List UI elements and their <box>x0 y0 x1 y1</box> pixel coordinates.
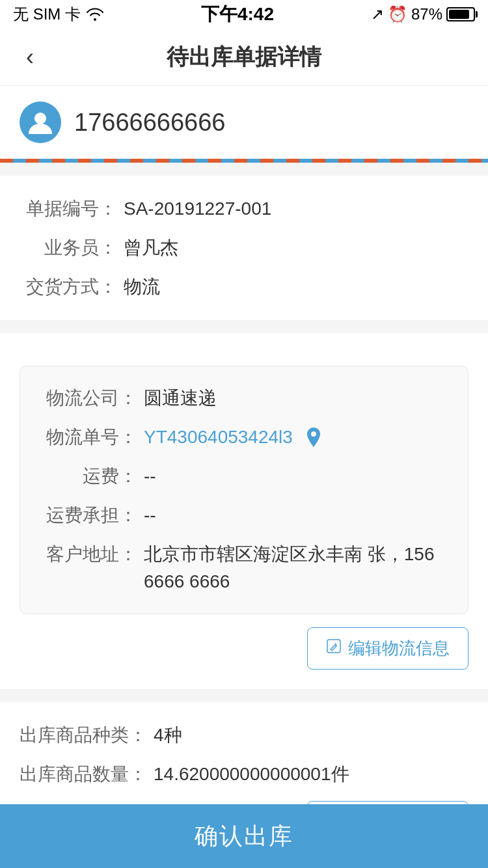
status-left: 无 SIM 卡 <box>13 4 104 25</box>
order-no-label: 单据编号： <box>20 195 124 223</box>
delivery-row: 交货方式： 物流 <box>20 273 468 301</box>
order-no-row: 单据编号： SA-20191227-001 <box>20 195 468 223</box>
goods-quantity-label: 出库商品数量： <box>20 761 154 788</box>
back-button[interactable]: ‹ <box>20 37 40 77</box>
delivery-label: 交货方式： <box>20 273 124 301</box>
company-label: 物流公司： <box>40 385 144 412</box>
goods-types-row: 出库商品种类： 4种 <box>20 722 468 749</box>
goods-quantity-row: 出库商品数量： 14.620000000000001件 <box>20 761 468 788</box>
confirm-btn-label: 确认出库 <box>195 821 293 852</box>
edit-btn-container: 编辑物流信息 <box>20 627 468 670</box>
freight-label: 运费： <box>40 463 144 490</box>
freight-value: -- <box>144 463 448 490</box>
customer-phone: 17666666666 <box>74 109 225 137</box>
edit-icon <box>326 638 342 658</box>
nav-bar: ‹ 待出库单据详情 <box>0 29 488 86</box>
goods-quantity-value: 14.620000000000001件 <box>154 761 468 788</box>
svg-point-0 <box>34 113 46 124</box>
address-row: 客户地址： 北京市市辖区海淀区永丰南 张，156 6666 6666 <box>40 541 448 595</box>
status-right: ↗ ⏰ 87% <box>371 5 475 23</box>
salesman-value: 曾凡杰 <box>124 234 468 262</box>
tracking-location-icon[interactable] <box>305 427 323 450</box>
battery-percent: 87% <box>411 5 442 23</box>
alarm-icon: ⏰ <box>388 5 407 23</box>
freight-bearer-value: -- <box>144 502 448 529</box>
freight-row: 运费： -- <box>40 463 448 490</box>
goods-types-label: 出库商品种类： <box>20 722 154 749</box>
tracking-label: 物流单号： <box>40 424 144 451</box>
delivery-value: 物流 <box>124 273 468 301</box>
tracking-value: YT43064053424l3 <box>144 424 448 451</box>
company-value: 圆通速递 <box>144 385 448 412</box>
address-label: 客户地址： <box>40 541 144 595</box>
edit-logistics-button[interactable]: 编辑物流信息 <box>307 627 468 670</box>
location-icon: ↗ <box>371 5 384 23</box>
page-title: 待出库单据详情 <box>167 42 321 72</box>
status-time: 下午4:42 <box>201 2 274 27</box>
confirm-button[interactable]: 确认出库 <box>0 804 488 868</box>
dashed-divider <box>0 159 488 163</box>
status-bar: 无 SIM 卡 下午4:42 ↗ ⏰ 87% <box>0 0 488 29</box>
basic-info-section: 单据编号： SA-20191227-001 业务员： 曾凡杰 交货方式： 物流 <box>0 176 488 320</box>
goods-types-value: 4种 <box>154 722 468 749</box>
edit-logistics-label: 编辑物流信息 <box>348 637 450 660</box>
company-row: 物流公司： 圆通速递 <box>40 385 448 412</box>
logistics-section: 物流公司： 圆通速递 物流单号： YT43064053424l3 运费： -- … <box>0 333 488 689</box>
carrier-label: 无 SIM 卡 <box>13 4 81 25</box>
address-value: 北京市市辖区海淀区永丰南 张，156 6666 6666 <box>144 541 448 595</box>
freight-bearer-label: 运费承担： <box>40 502 144 529</box>
logistics-card: 物流公司： 圆通速递 物流单号： YT43064053424l3 运费： -- … <box>20 366 468 614</box>
tracking-row: 物流单号： YT43064053424l3 <box>40 424 448 451</box>
freight-bearer-row: 运费承担： -- <box>40 502 448 529</box>
avatar <box>20 102 61 143</box>
battery-icon <box>446 7 475 21</box>
avatar-icon <box>26 108 55 137</box>
salesman-row: 业务员： 曾凡杰 <box>20 234 468 262</box>
wifi-icon <box>86 8 104 21</box>
order-no-value: SA-20191227-001 <box>124 195 468 223</box>
salesman-label: 业务员： <box>20 234 124 262</box>
customer-header: 17666666666 <box>0 86 488 159</box>
